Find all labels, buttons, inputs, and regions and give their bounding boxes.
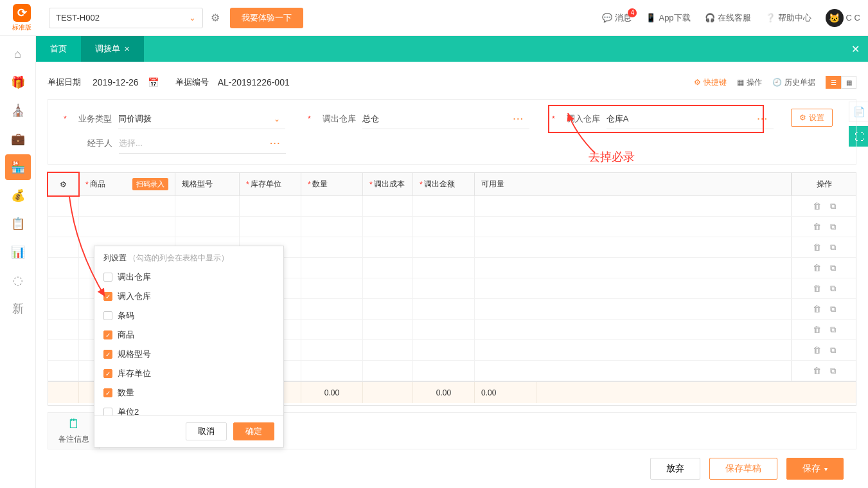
view-card-icon[interactable]: ▦ [841,76,856,89]
delete-icon[interactable]: 🗑 [813,242,821,252]
sidebar-report-icon[interactable]: 📊 [5,239,31,265]
date-value[interactable]: 2019-12-26 [93,77,139,87]
in-warehouse-field: * 调入仓库 仓库A ··· [552,109,783,129]
clock-icon: 🕘 [772,78,782,87]
delete-icon[interactable]: 🗑 [813,284,821,293]
copy-icon[interactable]: ⧉ [830,242,836,253]
calendar-icon[interactable]: 📅 [148,77,159,87]
operation-button[interactable]: ▦操作 [737,77,762,88]
out-warehouse-field: * 调出仓库 总仓 ··· [308,109,552,129]
user-menu[interactable]: 🐱 C C [826,9,860,27]
column-checkbox-item[interactable]: ✓库存单位 [103,364,274,383]
in-wh-value: 仓库A [607,113,629,125]
column-checkbox-item[interactable]: 条码 [103,306,274,325]
checkbox-icon [103,311,112,320]
history-button[interactable]: 🕘历史单据 [772,77,815,88]
biz-type-label: 业务类型 [69,113,112,125]
sidebar-warehouse-icon[interactable]: 🏪 [5,154,31,180]
out-wh-value: 总仓 [362,113,379,125]
grid-icon: ▦ [737,78,744,87]
out-wh-label: 调出仓库 [314,113,356,125]
sidebar-house-icon[interactable]: ⛪ [5,98,31,123]
col-out-amount: *调出金额 [413,173,475,195]
footer-out-amount: 0.00 [413,382,475,403]
copy-icon[interactable]: ⧉ [830,284,836,294]
sidebar-money-icon[interactable]: 💰 [5,183,31,208]
column-settings-button[interactable]: ⚙ [48,173,79,195]
delete-icon[interactable]: 🗑 [813,222,821,231]
copy-icon[interactable]: ⧉ [830,263,836,273]
copy-icon[interactable]: ⧉ [830,345,836,356]
handler-placeholder: 选择... [119,138,143,149]
help-center-button[interactable]: ❔ 帮助中心 [765,12,811,24]
sidebar-home-icon[interactable]: ⌂ [5,41,31,67]
view-list-icon[interactable]: ☰ [826,76,841,89]
save-button[interactable]: 保存▾ [786,458,844,480]
headset-icon: 🎧 [705,13,715,23]
copy-icon[interactable]: ⧉ [830,222,836,232]
note-icon: 🗒 [67,417,80,431]
org-select[interactable]: TEST-H002 ⌄ [49,8,203,28]
out-wh-select[interactable]: 总仓 ··· [362,109,529,129]
column-checkbox-item[interactable]: ✓商品 [103,325,274,345]
more-icon: ··· [270,138,281,148]
copy-icon[interactable]: ⧉ [830,325,836,335]
table-row[interactable]: 🗑⧉ [48,196,856,217]
sidebar-bag-icon[interactable]: 💼 [5,126,31,152]
handler-select[interactable]: 选择... ··· [119,133,286,154]
save-draft-button[interactable]: 保存草稿 [709,458,777,480]
column-checkbox-item[interactable]: 单位2 [103,402,274,415]
column-option-label: 数量 [118,387,134,399]
online-service-button[interactable]: 🎧 在线客服 [705,12,751,24]
delete-icon[interactable]: 🗑 [813,263,821,273]
sidebar-new-icon[interactable]: 新 [5,296,31,321]
user-name: C C [846,13,860,23]
tab-home[interactable]: 首页 [36,36,81,62]
settings-button[interactable]: ⚙ 设置 [791,109,833,127]
delete-icon[interactable]: 🗑 [813,366,821,375]
confirm-button[interactable]: 确定 [233,422,274,440]
column-option-label: 商品 [118,329,134,341]
delete-icon[interactable]: 🗑 [813,325,821,334]
close-all-tabs-icon[interactable]: ✕ [842,36,868,62]
messages-badge: 4 [628,8,637,17]
messages-button[interactable]: 💬 消息 4 [602,12,632,24]
sidebar-clipboard-icon[interactable]: 📋 [5,211,31,237]
delete-icon[interactable]: 🗑 [813,304,821,314]
copy-icon[interactable]: ⧉ [830,201,836,212]
copy-icon[interactable]: ⧉ [830,304,836,314]
chevron-down-icon: ⌄ [274,114,280,123]
column-checkbox-item[interactable]: ✓规格型号 [103,345,274,364]
delete-icon[interactable]: 🗑 [813,201,821,211]
more-icon: ··· [757,114,768,123]
trial-button[interactable]: 我要体验一下 [230,8,303,28]
popup-list[interactable]: 调出仓库✓调入仓库条码✓商品✓规格型号✓库存单位✓数量单位2 [94,267,283,415]
in-wh-select[interactable]: 仓库A ··· [607,109,774,129]
tab-transfer-order[interactable]: 调拨单 ✕ [81,36,144,62]
topbar-right: 💬 消息 4 📱 App下载 🎧 在线客服 ❔ 帮助中心 🐱 C C [602,9,860,27]
gear-icon: ⚙ [694,78,701,87]
column-checkbox-item[interactable]: 调出仓库 [103,267,274,287]
copy-icon[interactable]: ⧉ [830,366,836,376]
quickkey-button[interactable]: ⚙快捷键 [694,77,727,88]
popup-title-text: 列设置 [103,253,127,262]
tab-home-label: 首页 [50,43,67,55]
sidebar-gift-icon[interactable]: 🎁 [5,69,31,95]
biz-type-select[interactable]: 同价调拨 ⌄ [118,109,285,129]
discard-button[interactable]: 放弃 [650,458,700,480]
close-icon[interactable]: ✕ [124,45,130,53]
scan-entry-button[interactable]: 扫码录入 [132,178,168,190]
app-download-button[interactable]: 📱 App下载 [646,12,690,24]
doc-header: 单据日期 2019-12-26 📅 单据编号 AL-20191226-001 ⚙… [48,71,856,94]
sidebar-loading-icon[interactable]: ◌ [5,267,31,293]
column-checkbox-item[interactable]: ✓调入仓库 [103,287,274,306]
delete-icon[interactable]: 🗑 [813,345,821,355]
tab-transfer-label: 调拨单 [95,43,120,55]
save-label: 保存 [802,463,820,473]
cancel-button[interactable]: 取消 [186,422,227,440]
settings-label: 设置 [809,113,824,123]
footer-qty: 0.00 [301,382,363,403]
gear-icon[interactable]: ⚙ [211,12,220,24]
table-row[interactable]: 🗑⧉ [48,217,856,237]
column-checkbox-item[interactable]: ✓数量 [103,383,274,402]
